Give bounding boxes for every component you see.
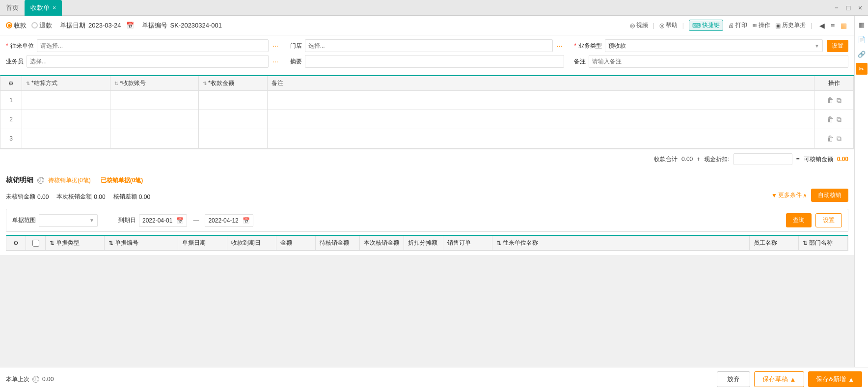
staff-more-btn[interactable]: ··· bbox=[271, 57, 280, 65]
form-area: * 往来单位 ··· 门店 ··· * 业务类型 预收款 ▼ bbox=[0, 35, 854, 75]
top-toolbar: 收款 退款 单据日期 2023-03-24 📅 单据编号 SK-20230324… bbox=[0, 16, 854, 35]
counterparty-more-btn[interactable]: ··· bbox=[271, 42, 280, 50]
radio-refund[interactable]: 退款 bbox=[31, 21, 52, 30]
verify-title: 核销明细 ⓘ 待核销单据(0笔) 已核销单据(0笔) bbox=[6, 176, 848, 185]
summary-input[interactable] bbox=[305, 55, 565, 68]
discount-input[interactable] bbox=[733, 153, 792, 165]
business-type-select[interactable]: 预收款 ▼ bbox=[605, 39, 823, 52]
bth-check[interactable] bbox=[26, 236, 46, 250]
td-settlement-1[interactable] bbox=[22, 91, 110, 110]
td-account-3[interactable] bbox=[110, 129, 199, 148]
date-to-input[interactable]: 2022-04-12 📅 bbox=[205, 214, 253, 227]
th-settings[interactable]: ⚙ bbox=[0, 76, 22, 90]
delete-icon-3[interactable]: 🗑 bbox=[827, 135, 834, 142]
summary-field: 摘要 bbox=[290, 55, 565, 68]
bth-staff: 员工名称 bbox=[750, 236, 799, 250]
th-account: ⇅ *收款账号 bbox=[110, 76, 199, 90]
staff-input[interactable] bbox=[27, 55, 269, 68]
bth-settings[interactable]: ⚙ bbox=[6, 236, 26, 250]
tab-receipt[interactable]: 收款单 × bbox=[25, 0, 62, 16]
remark-input[interactable] bbox=[589, 55, 848, 68]
abandon-btn[interactable]: 放弃 bbox=[717, 371, 750, 387]
radio-receipt[interactable]: 收款 bbox=[6, 21, 27, 30]
right-panel: ▦ 📄 🔗 ✂ bbox=[854, 16, 868, 391]
td-account-2[interactable] bbox=[110, 110, 199, 129]
td-settlement-3[interactable] bbox=[22, 129, 110, 148]
layout-prev-icon[interactable]: ◀ bbox=[817, 21, 827, 30]
main-table: ⚙ ⇅ *结算方式 ⇅ *收款账号 ⇅ *收款金额 备注 操作 1 bbox=[0, 75, 854, 149]
right-panel-doc-icon[interactable]: 📄 bbox=[856, 33, 868, 45]
search-row: 单据范围 ▼ 到期日 2022-04-01 📅 — 2022-04-12 📅 bbox=[6, 209, 848, 232]
order-label: 单据编号 bbox=[142, 21, 167, 30]
td-amount-3[interactable] bbox=[199, 129, 268, 148]
more-conditions-btn[interactable]: ▼ 更多条件 ∧ bbox=[771, 191, 807, 199]
total-value: 0.00 bbox=[681, 156, 693, 163]
th-note: 备注 bbox=[268, 76, 814, 90]
tab-home[interactable]: 首页 bbox=[0, 0, 25, 16]
settings-button[interactable]: 设置 bbox=[827, 40, 848, 52]
right-panel-link-icon[interactable]: 🔗 bbox=[856, 48, 868, 60]
copy-icon-3[interactable]: ⧉ bbox=[837, 135, 841, 143]
staff-field: 业务员 ··· bbox=[6, 55, 280, 68]
store-more-btn[interactable]: ··· bbox=[555, 42, 565, 50]
verify-tab-pending[interactable]: 待核销单据(0笔) bbox=[48, 176, 91, 185]
right-panel-grid-icon[interactable]: ▦ bbox=[856, 19, 868, 30]
close-window-btn[interactable]: × bbox=[856, 4, 864, 12]
date-label: 单据日期 bbox=[60, 21, 85, 30]
bth-custname: ⇅ 往来单位名称 bbox=[492, 236, 750, 250]
tab-home-label: 首页 bbox=[6, 3, 19, 12]
sort-icon-num: ⇅ bbox=[108, 240, 113, 247]
verify-settings-btn[interactable]: 设置 bbox=[815, 213, 842, 227]
store-input[interactable] bbox=[305, 39, 553, 52]
right-panel-scissors-icon[interactable]: ✂ bbox=[856, 63, 868, 75]
layout-grid-icon[interactable]: ▦ bbox=[839, 21, 848, 30]
radio-receipt-label: 收款 bbox=[14, 21, 27, 30]
counterparty-input[interactable] bbox=[37, 39, 269, 52]
print-btn[interactable]: 🖨 打印 bbox=[728, 21, 747, 29]
copy-icon-1[interactable]: ⧉ bbox=[837, 96, 841, 105]
summary-label: 摘要 bbox=[290, 57, 302, 66]
save-draft-arrow: ▲ bbox=[790, 376, 796, 383]
td-action-3: 🗑 ⧉ bbox=[814, 129, 854, 148]
query-btn[interactable]: 查询 bbox=[786, 213, 812, 227]
tab-receipt-close[interactable]: × bbox=[53, 4, 56, 11]
td-amount-2[interactable] bbox=[199, 110, 268, 129]
shortcut-icon: ⌨ bbox=[692, 22, 701, 29]
range-select[interactable]: ▼ bbox=[39, 214, 98, 227]
save-draft-btn[interactable]: 保存草稿 ▲ bbox=[754, 371, 805, 387]
td-note-1[interactable] bbox=[268, 91, 814, 110]
prev-info-icon[interactable]: ⓘ bbox=[32, 376, 39, 383]
remark-label: 备注 bbox=[574, 57, 586, 66]
layout-list-icon[interactable]: ≡ bbox=[828, 21, 838, 30]
history-btn[interactable]: ▣ 历史单据 bbox=[775, 21, 806, 29]
copy-icon-2[interactable]: ⧉ bbox=[837, 115, 841, 124]
video-btn[interactable]: ◎ 视频 bbox=[630, 21, 648, 29]
bth-thistime: 本次核销金额 bbox=[360, 236, 404, 250]
calendar-icon[interactable]: 📅 bbox=[126, 22, 134, 29]
auto-verify-btn[interactable]: 自动核销 bbox=[811, 189, 848, 202]
td-num-3: 3 bbox=[0, 129, 22, 148]
td-action-1: 🗑 ⧉ bbox=[814, 91, 854, 110]
minimize-btn[interactable]: － bbox=[833, 4, 841, 12]
shortcut-btn[interactable]: ⌨ 快捷键 bbox=[689, 20, 723, 31]
date-field: 单据日期 2023-03-24 📅 bbox=[60, 21, 134, 30]
verify-tab-done[interactable]: 已核销单据(0笔) bbox=[101, 176, 143, 185]
total-label: 收款合计 bbox=[654, 155, 678, 164]
td-note-3[interactable] bbox=[268, 129, 814, 148]
select-all-checkbox[interactable] bbox=[32, 240, 39, 247]
td-settlement-2[interactable] bbox=[22, 110, 110, 129]
td-amount-1[interactable] bbox=[199, 91, 268, 110]
help-btn[interactable]: ◎ 帮助 bbox=[659, 21, 678, 29]
save-new-btn[interactable]: 保存&新增 ▲ bbox=[808, 371, 862, 387]
td-account-1[interactable] bbox=[110, 91, 199, 110]
maximize-btn[interactable]: □ bbox=[844, 4, 852, 12]
td-note-2[interactable] bbox=[268, 110, 814, 129]
operation-btn[interactable]: ≋ 操作 bbox=[752, 21, 770, 29]
date-from-input[interactable]: 2022-04-01 📅 bbox=[139, 214, 187, 227]
delete-icon-1[interactable]: 🗑 bbox=[827, 96, 834, 104]
business-type-field: * 业务类型 预收款 ▼ 设置 bbox=[574, 39, 848, 52]
save-new-arrow: ▲ bbox=[848, 376, 854, 383]
delete-icon-2[interactable]: 🗑 bbox=[827, 115, 834, 123]
verify-info-icon[interactable]: ⓘ bbox=[37, 177, 44, 184]
bottom-info: 本单上次 ⓘ 0.00 bbox=[6, 375, 54, 384]
